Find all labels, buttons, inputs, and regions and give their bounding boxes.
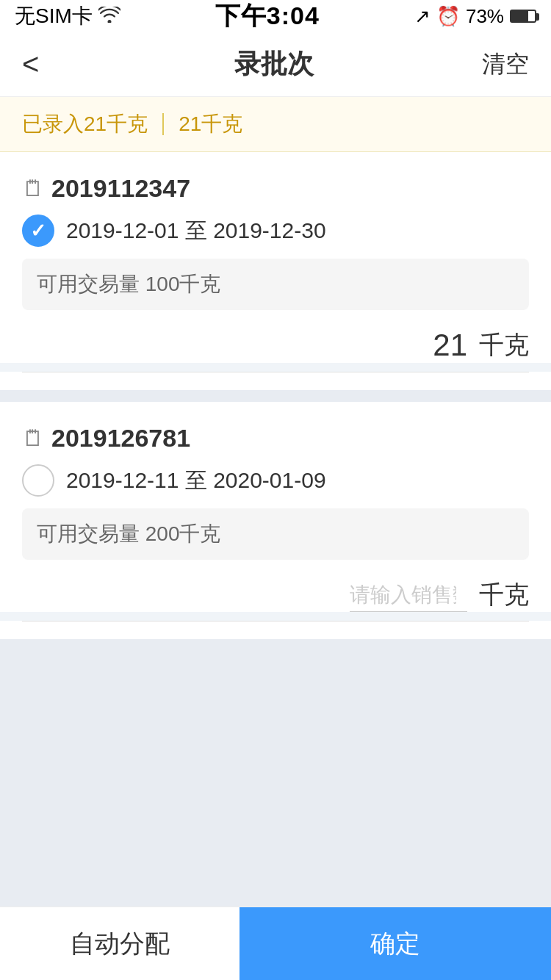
- card2-input-row: 千克: [0, 560, 551, 612]
- battery-icon: [510, 10, 536, 23]
- card2-header: 🗒 2019126781: [22, 424, 529, 453]
- nav-bar: < 录批次 清空: [0, 32, 551, 97]
- back-button[interactable]: <: [22, 48, 66, 81]
- card2-id: 2019126781: [51, 424, 190, 453]
- empty-area: [0, 639, 551, 918]
- batch-card-2: 🗒 2019126781 2019-12-11 至 2020-01-09 可用交…: [0, 402, 551, 560]
- recorded-amount: 已录入21千克: [22, 110, 148, 138]
- card2-id-icon: 🗒: [22, 426, 44, 451]
- card1-id: 2019112347: [51, 174, 190, 203]
- status-right: ↗ ⏰ 73%: [414, 5, 536, 28]
- card2-radio[interactable]: [22, 464, 54, 497]
- card1-avail: 可用交易量 100千克: [22, 259, 529, 310]
- status-left: 无SIM卡: [15, 2, 120, 30]
- status-time: 下午3:04: [215, 0, 320, 33]
- main-content: 🗒 2019112347 2019-12-01 至 2019-12-30 可用交…: [0, 152, 551, 980]
- card1-header: 🗒 2019112347: [22, 174, 529, 203]
- card2-divider: [22, 621, 529, 621]
- card1-input-row: 21 千克: [0, 310, 551, 363]
- confirm-button[interactable]: 确定: [240, 907, 551, 980]
- alarm-icon: ⏰: [436, 5, 460, 28]
- card1-date-row: 2019-12-01 至 2019-12-30: [22, 215, 529, 247]
- info-banner: 已录入21千克 21千克: [0, 97, 551, 152]
- page-title: 录批次: [234, 46, 314, 82]
- card1-quantity: 21: [408, 328, 467, 363]
- auto-distribute-button[interactable]: 自动分配: [0, 907, 240, 980]
- battery-text: 73%: [466, 5, 504, 28]
- card1-id-icon: 🗒: [22, 176, 44, 201]
- wifi-icon: [98, 4, 120, 28]
- card1-divider: [22, 372, 529, 372]
- card2-avail: 可用交易量 200千克: [22, 508, 529, 560]
- card2-date: 2019-12-11 至 2020-01-09: [66, 466, 326, 496]
- status-bar: 无SIM卡 下午3:04 ↗ ⏰ 73%: [0, 0, 551, 32]
- card2-date-row: 2019-12-11 至 2020-01-09: [22, 464, 529, 497]
- sim-text: 无SIM卡: [15, 2, 93, 30]
- card1-date: 2019-12-01 至 2019-12-30: [66, 216, 326, 246]
- batch-card-1: 🗒 2019112347 2019-12-01 至 2019-12-30 可用交…: [0, 152, 551, 310]
- card2-unit: 千克: [479, 578, 529, 612]
- total-amount: 21千克: [179, 110, 242, 138]
- clear-button[interactable]: 清空: [482, 48, 529, 81]
- card1-radio[interactable]: [22, 215, 54, 247]
- card1-unit: 千克: [479, 328, 529, 362]
- location-icon: ↗: [414, 5, 431, 28]
- card-separator: [0, 390, 551, 402]
- info-divider: [162, 113, 164, 135]
- bottom-buttons: 自动分配 确定: [0, 907, 551, 980]
- card2-quantity-input[interactable]: [350, 577, 467, 612]
